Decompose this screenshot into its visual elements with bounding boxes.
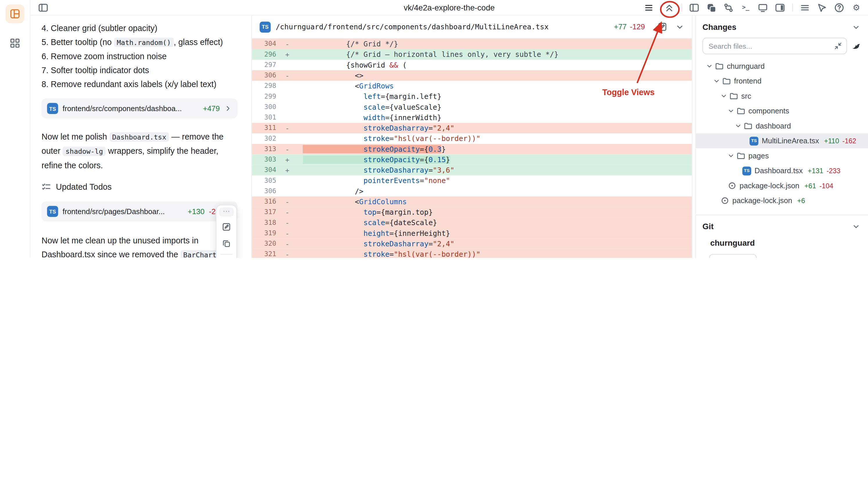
workspace-active-icon[interactable] bbox=[5, 4, 24, 23]
file-change-card[interactable]: TS frontend/src/components/dashboa... +4… bbox=[42, 99, 237, 119]
tree-file-Dashboard.tsx[interactable]: TSDashboard.tsx+131-233 bbox=[696, 163, 868, 178]
file-path: frontend/src/pages/Dashboar... bbox=[63, 207, 183, 216]
diff-line: 313- strokeOpacity={0.3} bbox=[252, 144, 692, 154]
folder-icon bbox=[737, 152, 745, 160]
collapse-all-icon[interactable] bbox=[664, 3, 674, 13]
added-count: +130 bbox=[188, 207, 205, 216]
copy-button[interactable] bbox=[220, 237, 233, 249]
file-edit-icon bbox=[222, 222, 231, 231]
git-section-header[interactable]: Git bbox=[703, 220, 860, 233]
left-rail: 22k 346 bbox=[0, 0, 30, 258]
monitor-icon[interactable] bbox=[758, 3, 768, 13]
panel-left-icon[interactable] bbox=[689, 3, 699, 13]
gear-icon[interactable]: ⚙ bbox=[851, 3, 861, 13]
diff-line: 304- {/* Grid */} bbox=[252, 39, 692, 49]
file-change-card[interactable]: TS frontend/src/pages/Dashboar... +130 -… bbox=[42, 201, 237, 221]
panel-right-icon[interactable] bbox=[775, 3, 785, 13]
repo-name: churnguard bbox=[710, 239, 861, 247]
drag-handle-icon[interactable]: ⋯ bbox=[219, 207, 234, 216]
tree-label: dashboard bbox=[756, 122, 791, 130]
copy-icon bbox=[222, 239, 231, 248]
diff-line: 303+ strokeOpacity={0.15} bbox=[252, 154, 692, 165]
added-count: +110 bbox=[824, 137, 839, 145]
toolbar-separator bbox=[792, 3, 793, 11]
diff-line: 311- strokeDasharray="2,4" bbox=[252, 123, 692, 133]
diff-line: 299 left={margin.left} bbox=[252, 91, 692, 102]
json-file-icon bbox=[728, 181, 736, 190]
chevron-down-icon[interactable] bbox=[675, 22, 684, 31]
tree-label: package-lock.json bbox=[732, 196, 792, 205]
ahead-count: 1 bbox=[839, 257, 843, 258]
diff-added-count: +77 bbox=[614, 23, 627, 31]
layout-panel-icon[interactable] bbox=[38, 3, 48, 13]
branch-name: main bbox=[726, 257, 742, 258]
diff-code: 304- {/* Grid */}296+ {/* Grid — horizon… bbox=[252, 39, 692, 258]
diff-line: 319- height={innerHeight} bbox=[252, 228, 692, 239]
diff-line: 300 scale={valueScale} bbox=[252, 102, 692, 112]
diff-line: 321- stroke="hsl(var(--border))" bbox=[252, 249, 692, 258]
chevron-down-icon bbox=[713, 77, 720, 85]
diff-line: 302 stroke="hsl(var(--border))" bbox=[252, 133, 692, 144]
file-tree: churnguardfrontendsrccomponentsdashboard… bbox=[696, 58, 868, 208]
app-window: 22k 346 vk/4e2a-explore-the-code >_ bbox=[0, 0, 868, 258]
assistant-message: Now let me polish Dashboard.tsx — remove… bbox=[42, 129, 237, 172]
diff-panel: TS /churnguard/frontend/src/components/d… bbox=[252, 16, 692, 258]
window-title: vk/4e2a-explore-the-code bbox=[404, 3, 495, 12]
diff-line: 304+ strokeDasharray="3,6" bbox=[252, 165, 692, 175]
tree-label: components bbox=[748, 107, 789, 115]
tree-folder-src[interactable]: src bbox=[696, 89, 868, 103]
tree-label: src bbox=[741, 92, 751, 100]
chevron-down-icon[interactable] bbox=[852, 23, 861, 31]
todo-list: 4. Cleaner grid (subtler opacity)5. Bett… bbox=[42, 21, 237, 91]
file-search[interactable] bbox=[703, 38, 847, 54]
assistant-message: Now let me clean up the unused imports i… bbox=[42, 233, 237, 258]
kanban-icon[interactable] bbox=[10, 38, 20, 48]
toggle-views-icon[interactable] bbox=[644, 3, 654, 13]
bird-icon[interactable] bbox=[851, 41, 861, 51]
menu-icon[interactable] bbox=[800, 3, 810, 13]
tree-folder-components[interactable]: components bbox=[696, 103, 868, 119]
diff-line: 301 width={innerWidth} bbox=[252, 112, 692, 123]
chat-bubbles-icon[interactable] bbox=[706, 3, 716, 13]
toolbar-divider bbox=[220, 254, 233, 255]
tree-file-package-lock.json[interactable]: package-lock.json+61-104 bbox=[696, 178, 868, 193]
tree-folder-pages[interactable]: pages bbox=[696, 148, 868, 163]
search-input[interactable] bbox=[707, 41, 834, 50]
removed-count: -104 bbox=[820, 182, 834, 190]
tree-folder-frontend[interactable]: frontend bbox=[696, 74, 868, 89]
diff-line: 318- scale={dateScale} bbox=[252, 218, 692, 228]
added-count: +6 bbox=[797, 197, 805, 204]
changes-section-header[interactable]: Changes bbox=[696, 16, 868, 33]
typescript-badge: TS bbox=[47, 206, 58, 217]
terminal-icon[interactable]: >_ bbox=[741, 3, 750, 13]
updated-todos-row[interactable]: Updated Todos bbox=[42, 182, 237, 192]
tree-file-MultiLineArea.tsx[interactable]: TSMultiLineArea.tsx+110-162 bbox=[696, 133, 868, 149]
branch-selector[interactable]: main bbox=[709, 254, 757, 258]
annotate-button[interactable] bbox=[220, 221, 233, 233]
todo-step: 8. Remove redundant axis labels (x/y lab… bbox=[42, 77, 237, 91]
removed-count: -162 bbox=[842, 137, 857, 145]
chevron-down-icon[interactable] bbox=[852, 222, 861, 230]
diff-line: 297 {showGrid && ( bbox=[252, 60, 692, 70]
checklist-icon bbox=[42, 182, 51, 192]
tree-folder-dashboard[interactable]: dashboard bbox=[696, 118, 868, 133]
typescript-badge: TS bbox=[750, 136, 758, 145]
toolbar-separator bbox=[681, 3, 682, 11]
diff-header: TS /churnguard/frontend/src/components/d… bbox=[252, 16, 692, 39]
tree-file-package-lock.json[interactable]: package-lock.json+6 bbox=[696, 193, 868, 208]
git-compare-icon[interactable] bbox=[723, 3, 733, 13]
diff-line: 306- <> bbox=[252, 70, 692, 81]
folder-icon bbox=[737, 107, 745, 115]
commits-ahead: 1 bbox=[831, 257, 843, 258]
typescript-badge: TS bbox=[260, 21, 271, 32]
diff-line: 317- top={margin.top} bbox=[252, 207, 692, 218]
inline-code: Dashboard.tsx bbox=[110, 132, 169, 142]
pointer-icon[interactable] bbox=[817, 3, 827, 13]
help-icon[interactable] bbox=[834, 3, 844, 13]
file-edit-icon[interactable] bbox=[658, 22, 667, 31]
added-count: +61 bbox=[804, 182, 816, 190]
panel-resizer[interactable] bbox=[692, 16, 696, 258]
collapse-tree-icon[interactable] bbox=[834, 42, 842, 50]
diff-file-path: /churnguard/frontend/src/components/dash… bbox=[276, 23, 549, 31]
tree-folder-churnguard[interactable]: churnguard bbox=[696, 58, 868, 74]
